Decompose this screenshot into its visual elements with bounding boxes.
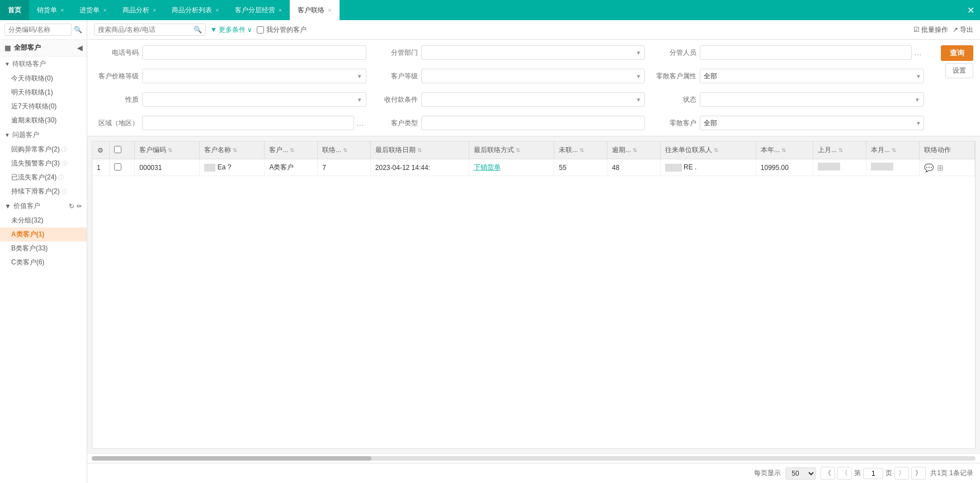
filter-payment-select[interactable]: ▼ [421, 92, 646, 107]
sidebar-value-customers-group[interactable]: ▼ 价值客户 ↻ ✏ [0, 198, 87, 214]
last-contact-method-link[interactable]: 下销货单 [474, 163, 501, 171]
sidebar-item-tomorrow[interactable]: 明天待联络(1) [0, 86, 87, 100]
sidebar-item-overdue[interactable]: 逾期未联络(30) [0, 113, 87, 127]
filter-retail-customer-select[interactable]: 全部 ▼ [700, 116, 924, 130]
sidebar-item-churned[interactable]: 已流失客户(24) ⓘ [0, 171, 87, 184]
sidebar-item-churn-warning[interactable]: 流失预警客户(3) ⓘ [0, 157, 87, 171]
sidebar-item-7days-label: 近7天待联络(0) [11, 102, 56, 111]
nav-tab-purchase-close[interactable]: × [103, 7, 106, 13]
th-contact-person-sort[interactable]: ⇅ [714, 147, 718, 153]
scrollbar-track [92, 456, 976, 461]
filter-dept-label: 分管部门 [373, 48, 418, 58]
sidebar-item-declining[interactable]: 持续下滑客户(2) ⓘ [0, 184, 87, 198]
filter-more-btn[interactable]: ▼ 更多条件 ∨ [210, 25, 252, 35]
th-last-month-sort[interactable]: ⇅ [838, 147, 843, 153]
th-last-date-sort[interactable]: ⇅ [417, 147, 422, 153]
batch-btn[interactable]: ☑ 批量操作 [913, 25, 948, 35]
filter-person-more[interactable]: … [912, 48, 924, 57]
nav-tab-sales[interactable]: 销货单 × [29, 0, 72, 20]
filter-person-select[interactable] [700, 45, 912, 60]
pagination-first[interactable]: 《 [821, 467, 835, 480]
th-name-sort[interactable]: ⇅ [233, 147, 237, 153]
nav-tab-purchase-label: 进货单 [79, 6, 100, 15]
th-last-method-sort[interactable]: ⇅ [516, 147, 520, 153]
sidebar-item-c-class[interactable]: C类客户(6) [0, 255, 87, 269]
nav-tab-analysis-close[interactable]: × [153, 7, 156, 13]
filter-retail-attr-select[interactable]: 全部 ▼ [700, 69, 924, 83]
nav-tab-customer-contact-close[interactable]: × [328, 7, 331, 13]
td-last-date: 2023-04-12 14:44: [370, 159, 469, 176]
th-last-method-label: 最后联络方式 [474, 145, 514, 155]
content-area: 🔍 ▼ 更多条件 ∨ 我分管的客户 ☑ 批量操作 ↗ 导出 [87, 20, 980, 483]
sidebar-all-customers-header[interactable]: ▦ 全部客户 ◀ [0, 40, 87, 56]
th-code-sort[interactable]: ⇅ [168, 147, 172, 153]
action-chat-icon[interactable]: 💬 [924, 163, 934, 172]
filter-dept-select[interactable]: ▼ [421, 45, 646, 60]
sidebar-item-b-class[interactable]: B类客户(33) [0, 242, 87, 255]
th-contact-count-sort[interactable]: ⇅ [343, 147, 347, 153]
select-all-checkbox[interactable] [114, 146, 121, 153]
scrollbar-thumb[interactable] [92, 456, 371, 461]
settings-button[interactable]: 设置 [945, 63, 973, 78]
th-level-sort[interactable]: ⇅ [290, 147, 294, 153]
value-edit-icon[interactable]: ✏ [77, 202, 82, 210]
sidebar-search-input[interactable] [4, 23, 72, 36]
th-contact-count: 联络... ⇅ [318, 141, 371, 159]
pagination-next[interactable]: 〉 [894, 467, 909, 480]
th-uncontacted-sort[interactable]: ⇅ [579, 147, 584, 153]
td-last-method: 下销货单 [469, 159, 554, 176]
th-this-year: 本年... ⇅ [756, 141, 813, 159]
nav-tab-customer-contact[interactable]: 客户联络 × [290, 0, 339, 20]
action-qr-icon[interactable]: ⊞ [937, 163, 944, 172]
sidebar-pending-contact-group[interactable]: ▼ 待联络客户 [0, 56, 87, 72]
filter-status-select[interactable]: ▼ [700, 92, 924, 107]
td-contact-count: 7 [318, 159, 371, 176]
page-input[interactable] [863, 468, 883, 479]
th-this-year-sort[interactable]: ⇅ [781, 147, 786, 153]
query-button[interactable]: 查询 [941, 45, 973, 61]
nav-tab-analysis[interactable]: 商品分析 × [115, 0, 164, 20]
nav-tab-purchase[interactable]: 进货单 × [72, 0, 114, 20]
toolbar-search-input[interactable] [98, 26, 194, 34]
sidebar-item-7days[interactable]: 近7天待联络(0) [0, 100, 87, 113]
sidebar-search-icon[interactable]: 🔍 [74, 26, 82, 34]
my-customers-checkbox[interactable] [257, 26, 264, 34]
nav-tab-sales-close[interactable]: × [60, 7, 64, 13]
th-gear: ⚙ [92, 141, 109, 159]
nav-close-all[interactable]: ✕ [967, 5, 974, 16]
toolbar-search-icon[interactable]: 🔍 [194, 26, 202, 34]
sidebar-item-declining-label: 持续下滑客户(2) [11, 187, 60, 196]
filter-nature-select[interactable]: ▼ [142, 92, 366, 107]
nav-tab-customer-seg-close[interactable]: × [279, 7, 282, 13]
filter-region-more[interactable]: … [354, 119, 366, 127]
gear-icon[interactable]: ⚙ [97, 146, 103, 154]
sidebar-item-today[interactable]: 今天待联络(0) [0, 72, 87, 86]
filter-customer-level-select[interactable]: ▼ [421, 69, 646, 83]
sidebar-collapse-icon[interactable]: ◀ [77, 44, 82, 52]
th-overdue-sort[interactable]: ⇅ [633, 147, 637, 153]
filter-payment-label: 收付款条件 [373, 95, 418, 105]
nav-tab-home[interactable]: 首页 [0, 0, 29, 20]
value-customers-label: 价值客户 [13, 201, 40, 211]
th-this-month-sort[interactable]: ⇅ [892, 147, 896, 153]
pagination-last[interactable]: 》 [911, 467, 926, 480]
nav-tab-analysis-list[interactable]: 商品分析列表 × [164, 0, 227, 20]
export-btn[interactable]: ↗ 导出 [953, 25, 973, 35]
filter-status-field: 状态 ▼ [652, 92, 924, 107]
sidebar-item-ungrouped[interactable]: 未分组(32) [0, 214, 87, 228]
row-checkbox[interactable] [114, 163, 121, 171]
filter-customer-type-select[interactable] [421, 116, 646, 130]
filter-phone-input[interactable] [142, 45, 366, 60]
nav-tab-customer-seg[interactable]: 客户分层经营 × [227, 0, 290, 20]
nav-tab-analysis-list-close[interactable]: × [215, 7, 219, 13]
value-refresh-icon[interactable]: ↻ [69, 202, 74, 210]
filter-region-select[interactable] [142, 116, 354, 130]
query-settings-group: 查询 设置 [929, 45, 973, 78]
sidebar-item-abnormal-repurchase[interactable]: 回购异常客户(2) ⓘ [0, 143, 87, 157]
contact-person-placeholder [665, 164, 682, 172]
filter-price-level-select[interactable]: ▼ [142, 69, 366, 83]
per-page-select[interactable]: 50 100 200 [785, 467, 816, 480]
sidebar-item-a-class[interactable]: A类客户(1) [0, 228, 87, 242]
sidebar-problem-customers-group[interactable]: ▼ 问题客户 [0, 127, 87, 143]
pagination-prev[interactable]: 〈 [837, 467, 852, 480]
